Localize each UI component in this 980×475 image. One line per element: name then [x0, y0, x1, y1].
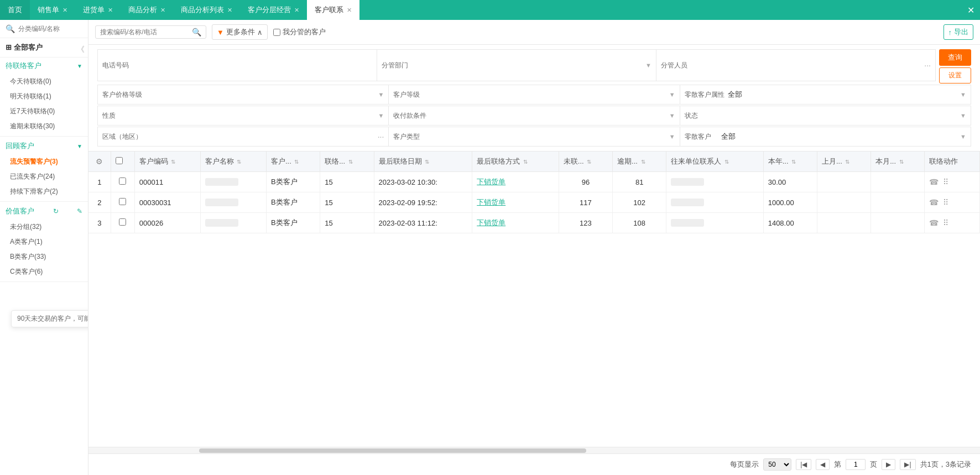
refresh-icon[interactable]: ↻ — [53, 207, 59, 215]
filter-price-grade-select[interactable]: ▼ — [145, 91, 384, 98]
action-contact-icon[interactable]: ☎ — [929, 178, 939, 186]
sidebar-item-a-class[interactable]: A类客户(1) — [0, 234, 88, 249]
filter-customer-type-select[interactable]: ▼ — [430, 133, 675, 140]
filter-dept: 分管部门 ▼ — [377, 50, 656, 81]
tab-purchase-close[interactable]: ✕ — [108, 7, 113, 14]
filter-phone: 电话号码 — [98, 50, 377, 81]
select-all-checkbox[interactable] — [116, 157, 123, 164]
action-more-icon[interactable]: ⠿ — [943, 178, 948, 186]
page-number-input[interactable] — [846, 459, 866, 470]
sidebar-item-declining[interactable]: 持续下滑客户(2) — [0, 184, 88, 199]
row-checkbox[interactable] — [111, 192, 134, 213]
col-last-method[interactable]: 最后联络方式 ⇅ — [472, 152, 559, 172]
sidebar-all-customers[interactable]: ⊞ 全部客户 — [0, 38, 88, 58]
col-not-contacted[interactable]: 未联... ⇅ — [559, 152, 612, 172]
col-name[interactable]: 客户名称 ⇅ — [200, 152, 266, 172]
row-last-method[interactable]: 下销货单 — [472, 213, 559, 233]
more-conditions-btn[interactable]: ▼ 更多条件 ∧ — [212, 24, 268, 40]
sidebar-item-c-class[interactable]: C类客户(6) — [0, 264, 88, 279]
row-this-month — [871, 213, 925, 233]
filter-person-input[interactable] — [697, 61, 921, 69]
filter-grade-select[interactable]: ▼ — [430, 91, 675, 98]
row-last-method[interactable]: 下销货单 — [472, 192, 559, 213]
tab-analysis-close[interactable]: ✕ — [160, 7, 165, 14]
sidebar-section-value-title[interactable]: 价值客户 ↻ ✎ — [0, 203, 88, 220]
action-contact-icon[interactable]: ☎ — [929, 198, 939, 207]
sidebar-item-today[interactable]: 今天待联络(0) — [0, 74, 88, 89]
my-customers-checkbox-label[interactable]: 我分管的客户 — [273, 27, 326, 37]
row-this-year: 30.00 — [763, 172, 817, 192]
filter-phone-input[interactable] — [139, 61, 372, 69]
tab-purchase[interactable]: 进货单 ✕ — [75, 0, 121, 20]
col-code[interactable]: 客户编码 ⇅ — [134, 152, 200, 172]
column-settings-icon[interactable]: ⚙ — [96, 157, 103, 166]
horizontal-scrollbar[interactable] — [88, 447, 980, 453]
col-this-month[interactable]: 本月... ⇅ — [871, 152, 925, 172]
tab-home[interactable]: 首页 — [0, 0, 30, 20]
col-last-month[interactable]: 上月... ⇅ — [817, 152, 870, 172]
col-contact[interactable]: 联络... ⇅ — [320, 152, 374, 172]
filter-person: 分管人员 ··· — [656, 50, 935, 81]
col-this-year[interactable]: 本年... ⇅ — [763, 152, 817, 172]
query-button[interactable]: 查询 — [939, 49, 971, 66]
filter-status-select[interactable]: ▼ — [721, 112, 966, 119]
sidebar-item-churn-warning[interactable]: 流失预警客户(3) — [0, 154, 88, 169]
filter-region-dots[interactable]: ··· — [378, 132, 384, 141]
sidebar-search-input[interactable] — [18, 25, 88, 33]
tab-customer-layer[interactable]: 客户分层经营 ✕ — [240, 0, 307, 20]
sidebar-item-unclassified[interactable]: 未分组(32) — [0, 220, 88, 234]
tab-sales-close[interactable]: ✕ — [62, 7, 67, 14]
filter-dept-select[interactable]: ▼ — [418, 62, 651, 69]
next-page-btn[interactable]: ▶ — [882, 459, 895, 470]
sidebar-section-review-title[interactable]: 回顾客户 ▼ — [0, 138, 88, 154]
filter-action-btns: 查询 设置 — [939, 49, 971, 83]
export-btn[interactable]: ↑ 导出 — [943, 24, 974, 40]
row-last-method[interactable]: 下销货单 — [472, 172, 559, 192]
sidebar-item-b-class[interactable]: B类客户(33) — [0, 249, 88, 264]
prev-page-btn[interactable]: ◀ — [816, 459, 830, 470]
col-overdue[interactable]: 逾期... ⇅ — [613, 152, 666, 172]
edit-icon[interactable]: ✎ — [77, 207, 82, 215]
search-submit-icon[interactable]: 🔍 — [192, 28, 201, 36]
sidebar-item-overdue[interactable]: 逾期未联络(30) — [0, 119, 88, 134]
row-checkbox[interactable] — [111, 213, 134, 233]
tab-customer-layer-close[interactable]: ✕ — [294, 7, 299, 14]
filter-zero-attr-select[interactable]: 全部 ▼ — [728, 90, 966, 100]
page-size-select[interactable]: 50 20 100 — [763, 458, 791, 471]
filter-person-dots[interactable]: ··· — [924, 61, 931, 70]
sidebar-item-week[interactable]: 近7天待联络(0) — [0, 104, 88, 119]
sidebar-item-tomorrow[interactable]: 明天待联络(1) — [0, 89, 88, 104]
action-more-icon[interactable]: ⠿ — [943, 218, 948, 227]
page-size-label: 每页显示 — [730, 460, 759, 469]
row-contact: 15 — [320, 192, 374, 213]
tab-analysis-list[interactable]: 商品分析列表 ✕ — [173, 0, 240, 20]
row-name — [200, 213, 266, 233]
tab-analysis-list-close[interactable]: ✕ — [227, 7, 232, 14]
sidebar-section-waiting-title[interactable]: 待联络客户 ▼ — [0, 58, 88, 74]
action-contact-icon[interactable]: ☎ — [929, 218, 939, 227]
sidebar-collapse-btn[interactable]: 《 — [77, 45, 85, 55]
tab-customer-contact-close[interactable]: ✕ — [347, 7, 352, 14]
first-page-btn[interactable]: |◀ — [796, 459, 811, 470]
window-close-button[interactable]: ✕ — [967, 5, 974, 15]
search-input[interactable] — [100, 28, 189, 36]
sort-person-icon: ⇅ — [724, 159, 729, 165]
tab-customer-contact[interactable]: 客户联系 ✕ — [307, 0, 359, 20]
col-contact-person[interactable]: 往来单位联系人 ⇅ — [666, 152, 763, 172]
col-settings: ⚙ — [88, 152, 111, 172]
sidebar-item-churned[interactable]: 已流失客户(24) — [0, 169, 88, 184]
tab-sales[interactable]: 销售单 ✕ — [30, 0, 75, 20]
my-customers-checkbox[interactable] — [273, 29, 280, 36]
filter-gender-select[interactable]: ▼ — [139, 112, 384, 119]
col-type[interactable]: 客户... ⇅ — [266, 152, 320, 172]
filter-payment-select[interactable]: ▼ — [430, 112, 675, 119]
setting-button[interactable]: 设置 — [939, 67, 971, 83]
col-last-date[interactable]: 最后联络日期 ⇅ — [374, 152, 472, 172]
filter-zero-customer-select[interactable]: 全部 ▼ — [721, 132, 966, 142]
filter-region-input[interactable] — [145, 133, 374, 140]
action-more-icon[interactable]: ⠿ — [943, 198, 948, 207]
last-page-btn[interactable]: ▶| — [900, 459, 915, 470]
scrollbar-thumb[interactable] — [199, 448, 586, 453]
row-checkbox[interactable] — [111, 172, 134, 192]
tab-analysis[interactable]: 商品分析 ✕ — [121, 0, 173, 20]
